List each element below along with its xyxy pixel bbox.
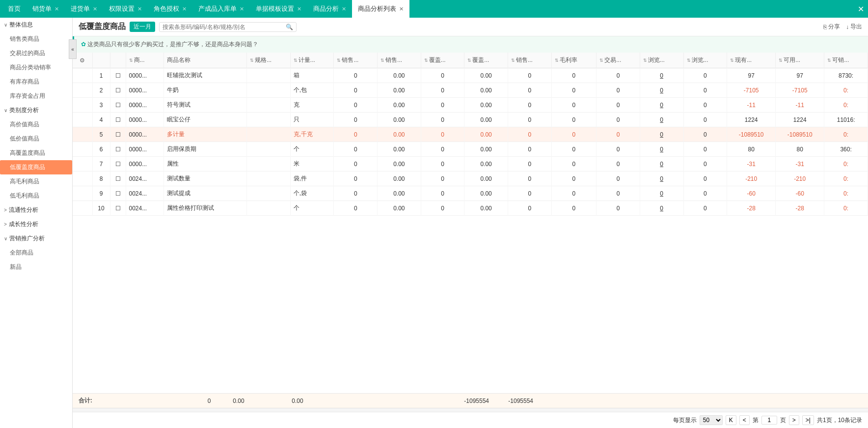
row-checkbox[interactable]: ☐: [110, 186, 126, 201]
close-all-icon[interactable]: ✕: [858, 4, 864, 14]
table-row: 9☐0024...测试提成个,袋00.0000.0000000-60-600:: [73, 186, 868, 201]
cov2-col-header[interactable]: 覆盖...: [464, 53, 508, 68]
row-trade: 0: [597, 186, 640, 201]
nav-tab-purchase[interactable]: 进货单 ✕: [65, 0, 103, 18]
row-browse1[interactable]: 0: [640, 68, 683, 83]
row-checkbox[interactable]: ☐: [110, 83, 126, 98]
sidebar-item-low-coverage[interactable]: 低覆盖度商品: [0, 160, 72, 174]
close-icon[interactable]: ✕: [137, 6, 142, 12]
row-name: 测试数量: [163, 171, 246, 186]
search-input[interactable]: [163, 24, 284, 30]
code-col-header[interactable]: 商...: [126, 53, 163, 68]
per-page-select[interactable]: 50 20 100 200: [700, 415, 723, 425]
sidebar-item-has-stock[interactable]: 有库存商品: [0, 75, 72, 89]
row-num: 4: [92, 113, 110, 127]
row-browse1[interactable]: 0: [640, 157, 683, 171]
sidebar-growth-section[interactable]: > 成长性分析: [0, 217, 72, 231]
filter-button[interactable]: 近一月: [130, 22, 155, 32]
sidebar-item-category-turnover[interactable]: 商品分类动销率: [0, 60, 72, 75]
first-page-button[interactable]: K: [726, 415, 736, 425]
row-checkbox[interactable]: ☐: [110, 201, 126, 216]
top-nav: 首页 销货单 ✕ 进货单 ✕ 权限设置 ✕ 角色授权 ✕ 产成品入库单 ✕ 单据…: [0, 0, 868, 18]
row-checkbox[interactable]: ☐: [110, 113, 126, 127]
row-browse1[interactable]: 0: [640, 113, 683, 127]
row-browse1[interactable]: 0: [640, 127, 683, 142]
row-current: 97: [727, 68, 776, 83]
row-unit: 个,包: [290, 83, 334, 98]
sidebar-collapse-button[interactable]: «: [69, 39, 77, 59]
nav-tab-templates[interactable]: 单据模板设置 ✕: [250, 0, 307, 18]
search-icon[interactable]: 🔍: [286, 24, 293, 30]
row-checkbox[interactable]: ☐: [110, 68, 126, 83]
sidebar-item-low-profit[interactable]: 低毛利商品: [0, 189, 72, 203]
browse1-col-header[interactable]: 浏览...: [640, 53, 683, 68]
sidebar-abc-section[interactable]: ∨ 类别度分析: [0, 103, 72, 117]
sidebar-item-capital-ratio[interactable]: 库存资金占用: [0, 89, 72, 103]
nav-tab-home[interactable]: 首页: [2, 0, 27, 18]
row-sales3: 0: [508, 171, 551, 186]
row-checkbox[interactable]: ☐: [110, 157, 126, 171]
prev-page-button[interactable]: <: [739, 415, 750, 425]
nav-tab-permissions[interactable]: 权限设置 ✕: [103, 0, 148, 18]
next-page-button[interactable]: >: [789, 415, 799, 425]
browse2-col-header[interactable]: 浏览...: [683, 53, 727, 68]
close-icon[interactable]: ✕: [297, 6, 301, 12]
sidebar-item-traded-goods[interactable]: 交易过的商品: [0, 46, 72, 60]
nav-tab-analysis[interactable]: 商品分析 ✕: [307, 0, 352, 18]
row-browse1[interactable]: 0: [640, 201, 683, 216]
sidebar-item-all-goods[interactable]: 全部商品: [0, 246, 72, 260]
current-col-header[interactable]: 现有...: [727, 53, 776, 68]
row-spec: [247, 98, 291, 113]
settings-icon[interactable]: ⚙: [80, 57, 85, 64]
spec-col-header[interactable]: 规格...: [247, 53, 291, 68]
row-browse2: 0: [683, 157, 727, 171]
close-icon[interactable]: ✕: [342, 6, 346, 12]
close-icon[interactable]: ✕: [93, 6, 97, 12]
page-input[interactable]: [761, 416, 777, 425]
sidebar-item-high-profit[interactable]: 高毛利商品: [0, 174, 72, 189]
row-browse1[interactable]: 0: [640, 171, 683, 186]
gross-col-header[interactable]: 毛利率: [551, 53, 597, 68]
sidebar-item-high-value[interactable]: 高价值商品: [0, 117, 72, 132]
cov1-col-header[interactable]: 覆盖...: [421, 53, 464, 68]
row-saleable: 0:: [824, 83, 868, 98]
close-icon[interactable]: ✕: [182, 6, 187, 12]
close-icon[interactable]: ✕: [399, 6, 404, 12]
name-col-header[interactable]: 商品名称: [163, 53, 246, 68]
saleable-col-header[interactable]: 可销...: [824, 53, 868, 68]
horizontal-scrollbar[interactable]: [73, 408, 868, 412]
close-icon[interactable]: ✕: [240, 6, 244, 12]
share-button[interactable]: ⎘ 分享: [823, 23, 840, 31]
sidebar-item-low-value[interactable]: 低价值商品: [0, 132, 72, 146]
row-browse1[interactable]: 0: [640, 186, 683, 201]
row-name: 属性: [163, 157, 246, 171]
table-wrapper[interactable]: ⚙ 商... 商品名称 规格... 计量... 销售... 销售... 覆盖..…: [73, 53, 868, 393]
available-col-header[interactable]: 可用...: [776, 53, 824, 68]
last-page-button[interactable]: >|: [802, 415, 814, 425]
sidebar-marketing-section[interactable]: ∨ 营销推广分析: [0, 231, 72, 246]
sidebar-item-high-coverage[interactable]: 高覆盖度商品: [0, 146, 72, 160]
row-code: 0000...: [126, 83, 163, 98]
sidebar-item-new-goods[interactable]: 新品: [0, 260, 72, 274]
row-checkbox[interactable]: ☐: [110, 127, 126, 142]
sales-qty-col-header[interactable]: 销售...: [334, 53, 378, 68]
close-icon[interactable]: ✕: [54, 6, 59, 12]
row-browse1[interactable]: 0: [640, 83, 683, 98]
sidebar-item-sales-goods[interactable]: 销售类商品: [0, 32, 72, 46]
row-checkbox[interactable]: ☐: [110, 171, 126, 186]
sales-amt-col-header[interactable]: 销售...: [378, 53, 421, 68]
row-browse1[interactable]: 0: [640, 142, 683, 157]
nav-tab-analysis-list[interactable]: 商品分析列表 ✕: [352, 0, 409, 18]
nav-tab-sales[interactable]: 销货单 ✕: [27, 0, 65, 18]
row-checkbox[interactable]: ☐: [110, 98, 126, 113]
nav-tab-roles[interactable]: 角色授权 ✕: [148, 0, 192, 18]
trade-col-header[interactable]: 交易...: [597, 53, 640, 68]
row-browse1[interactable]: 0: [640, 98, 683, 113]
sales3-col-header[interactable]: 销售...: [508, 53, 551, 68]
row-checkbox[interactable]: ☐: [110, 142, 126, 157]
sidebar-flow-section[interactable]: > 流通性分析: [0, 203, 72, 217]
unit-col-header[interactable]: 计量...: [290, 53, 334, 68]
sidebar-overall-section[interactable]: ∨ 整体信息: [0, 18, 72, 32]
nav-tab-products[interactable]: 产成品入库单 ✕: [192, 0, 250, 18]
export-button[interactable]: ↓ 导出: [846, 23, 862, 31]
